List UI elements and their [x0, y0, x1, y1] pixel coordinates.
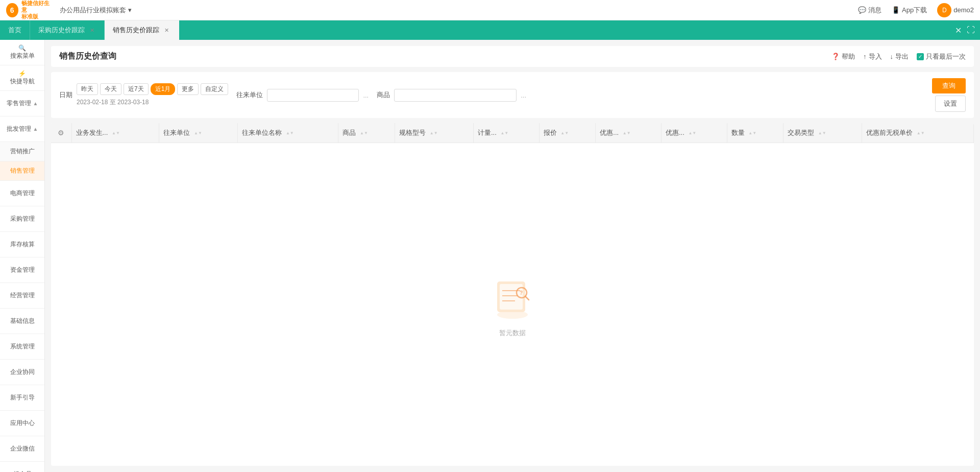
col-discount2[interactable]: 优惠... ▲▼ — [661, 123, 727, 143]
sidebar-item-retail-mgmt[interactable]: 零售管理 ▲ — [0, 91, 44, 116]
data-table: ⚙ 业务发生... ▲▼ 往来单位 ▲▼ 往来单位名称 ▲▼ — [51, 123, 974, 143]
user-name: demo2 — [953, 6, 974, 14]
tab-sales-history-close[interactable]: ✕ — [162, 26, 170, 34]
export-btn[interactable]: ↓ 导出 — [890, 52, 909, 61]
wholesale-mgmt-arrow: ▲ — [33, 126, 38, 132]
date-btn-today[interactable]: 今天 — [100, 83, 121, 95]
only-last-check-icon[interactable]: ✓ — [917, 53, 924, 60]
sidebar-item-member[interactable]: 畅会员 — [0, 462, 44, 472]
sort-partner-code[interactable]: ▲▼ — [194, 131, 202, 135]
col-quoted-price[interactable]: 报价 ▲▼ — [539, 123, 596, 143]
message-btn[interactable]: 💬 消息 — [858, 6, 881, 15]
content-area: 销售历史价查询 ❓ 帮助 ↑ 导入 ↓ 导出 ✓ 只看最后一次 — [45, 40, 980, 472]
message-label: 消息 — [868, 6, 881, 15]
tab-home-label: 首页 — [8, 26, 21, 35]
col-settings[interactable]: ⚙ — [51, 123, 71, 143]
sidebar-item-ecommerce-mgmt[interactable]: 电商管理 — [0, 181, 44, 206]
date-btn-last1month[interactable]: 近1月 — [151, 83, 176, 95]
export-label: 导出 — [895, 52, 909, 61]
sidebar-item-new-guide[interactable]: 新手引导 — [0, 385, 44, 411]
sort-discount2[interactable]: ▲▼ — [688, 131, 696, 135]
partner-filter-label: 往来单位 — [236, 90, 263, 100]
top-bar-right: 💬 消息 📱 App下载 D demo2 — [858, 3, 974, 17]
sidebar-item-wholesale-mgmt[interactable]: 批发管理 ▲ — [0, 116, 44, 142]
settings-btn[interactable]: 设置 — [935, 96, 966, 112]
col-unit[interactable]: 计量... ▲▼ — [473, 123, 539, 143]
page-header-actions: ❓ 帮助 ↑ 导入 ↓ 导出 ✓ 只看最后一次 — [831, 52, 966, 61]
col-product[interactable]: 商品 ▲▼ — [338, 123, 395, 143]
product-filter-input[interactable] — [394, 89, 517, 102]
date-btn-more[interactable]: 更多 — [177, 83, 199, 95]
col-pre-tax-price[interactable]: 优惠前无税单价 ▲▼ — [862, 123, 974, 143]
sidebar-item-purchase-mgmt[interactable]: 采购管理 — [0, 206, 44, 232]
empty-state-text: 暂元数据 — [499, 328, 526, 338]
tab-bar-right: ✕ ⛶ — [950, 20, 980, 40]
table-header: ⚙ 业务发生... ▲▼ 往来单位 ▲▼ 往来单位名称 ▲▼ — [51, 123, 974, 143]
sidebar-item-sales-mgmt[interactable]: 销售管理 — [0, 161, 44, 181]
page-header: 销售历史价查询 ❓ 帮助 ↑ 导入 ↓ 导出 ✓ 只看最后一次 — [51, 46, 974, 67]
main-layout: 🔍 搜索菜单 ⚡ 快捷导航 零售管理 ▲ 批发管理 ▲ 营销推广 销售管理 电商… — [0, 40, 980, 472]
date-btn-last7days[interactable]: 近7天 — [124, 83, 149, 95]
sidebar-item-marketing[interactable]: 营销推广 — [0, 142, 44, 161]
partner-filter-input[interactable] — [267, 89, 359, 102]
date-btn-custom[interactable]: 自定义 — [201, 83, 228, 95]
partner-filter-dots[interactable]: ... — [363, 91, 369, 99]
help-icon: ❓ — [831, 53, 840, 60]
tab-bar: 首页 采购历史价跟踪 ✕ 销售历史价跟踪 ✕ ✕ ⛶ — [0, 20, 980, 40]
sort-unit[interactable]: ▲▼ — [500, 131, 508, 135]
product-filter-dots[interactable]: ... — [521, 91, 526, 99]
date-filter-group: 日期 昨天 今天 近7天 近1月 更多 自定义 2023-02-18 至 202… — [59, 83, 228, 107]
import-btn[interactable]: ↑ 导入 — [863, 52, 882, 61]
svg-text:?: ? — [520, 290, 523, 296]
sidebar-item-fund-mgmt[interactable]: 资金管理 — [0, 257, 44, 283]
tab-purchase-history[interactable]: 采购历史价跟踪 ✕ — [30, 20, 105, 40]
sort-trade-type[interactable]: ▲▼ — [818, 131, 826, 135]
col-quantity[interactable]: 数量 ▲▼ — [727, 123, 783, 143]
col-biz-date[interactable]: 业务发生... ▲▼ — [71, 123, 159, 143]
sidebar-item-enterprise-coop[interactable]: 企业协同 — [0, 360, 44, 385]
col-partner-name[interactable]: 往来单位名称 ▲▼ — [238, 123, 338, 143]
workspace-selector[interactable]: 办公用品行业模拟账套 ▾ — [56, 4, 136, 17]
tab-home[interactable]: 首页 — [0, 20, 30, 40]
sidebar-item-system-mgmt[interactable]: 系统管理 — [0, 334, 44, 360]
tab-sales-history[interactable]: 销售历史价跟踪 ✕ — [105, 20, 179, 40]
tab-close-all-icon[interactable]: ✕ — [955, 26, 962, 35]
sidebar-item-quick-nav[interactable]: ⚡ 快捷导航 — [0, 65, 44, 91]
sort-product[interactable]: ▲▼ — [360, 131, 368, 135]
app-download-icon: 📱 — [892, 6, 900, 14]
sidebar-item-search-menu[interactable]: 🔍 搜索菜单 — [0, 40, 44, 65]
col-trade-type[interactable]: 交易类型 ▲▼ — [783, 123, 862, 143]
date-filter-label: 日期 — [59, 90, 72, 100]
user-area[interactable]: D demo2 — [937, 3, 974, 17]
sidebar: 🔍 搜索菜单 ⚡ 快捷导航 零售管理 ▲ 批发管理 ▲ 营销推广 销售管理 电商… — [0, 40, 45, 472]
sort-discount1[interactable]: ▲▼ — [623, 131, 631, 135]
search-btn[interactable]: 查询 — [932, 78, 966, 93]
tab-purchase-history-close[interactable]: ✕ — [88, 26, 96, 34]
date-filter-col: 昨天 今天 近7天 近1月 更多 自定义 2023-02-18 至 2023-0… — [77, 83, 228, 107]
sort-pre-tax-price[interactable]: ▲▼ — [917, 131, 925, 135]
logo-icon: 6 — [6, 3, 18, 17]
sort-quoted-price[interactable]: ▲▼ — [560, 131, 569, 135]
sort-biz-date[interactable]: ▲▼ — [112, 131, 120, 135]
col-spec[interactable]: 规格型号 ▲▼ — [395, 123, 474, 143]
sidebar-item-app-center[interactable]: 应用中心 — [0, 411, 44, 436]
sort-spec[interactable]: ▲▼ — [430, 131, 438, 135]
col-partner-code[interactable]: 往来单位 ▲▼ — [159, 123, 238, 143]
gear-icon[interactable]: ⚙ — [58, 129, 64, 137]
app-download-btn[interactable]: 📱 App下载 — [892, 6, 927, 15]
sidebar-item-inventory-calc[interactable]: 库存核算 — [0, 232, 44, 257]
help-btn[interactable]: ❓ 帮助 — [831, 52, 855, 61]
sort-quantity[interactable]: ▲▼ — [748, 131, 756, 135]
help-label: 帮助 — [842, 52, 855, 61]
col-discount1[interactable]: 优惠... ▲▼ — [596, 123, 662, 143]
sidebar-item-enterprise-wechat[interactable]: 企业微信 — [0, 436, 44, 462]
workspace-label: 办公用品行业模拟账套 — [60, 6, 126, 15]
date-btn-yesterday[interactable]: 昨天 — [77, 83, 98, 95]
sort-partner-name[interactable]: ▲▼ — [286, 131, 294, 135]
sidebar-item-operation-mgmt[interactable]: 经营管理 — [0, 283, 44, 309]
filter-area: 日期 昨天 今天 近7天 近1月 更多 自定义 2023-02-18 至 202… — [51, 72, 974, 118]
tab-fullscreen-icon[interactable]: ⛶ — [967, 26, 975, 35]
filter-actions: 查询 设置 — [932, 78, 966, 112]
sidebar-item-basic-info[interactable]: 基础信息 — [0, 309, 44, 334]
only-last-checkbox[interactable]: ✓ 只看最后一次 — [917, 52, 966, 61]
